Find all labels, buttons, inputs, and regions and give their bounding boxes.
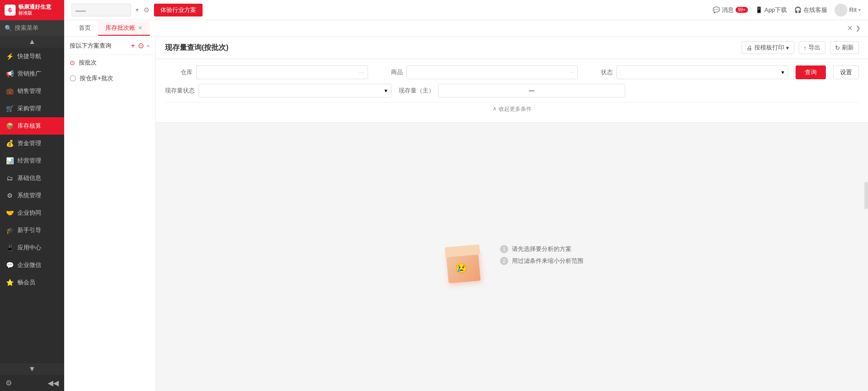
status-dropdown-icon: ▾ xyxy=(781,69,784,76)
export-icon: ↑ xyxy=(804,44,807,51)
status-field: 状态 ▾ xyxy=(585,65,788,79)
sidebar-search[interactable]: 🔍 搜索菜单 xyxy=(0,20,64,36)
sidebar-scroll-down[interactable]: ▼ xyxy=(0,363,64,375)
nav-icon-enterprise: 🤝 xyxy=(5,209,14,217)
settings-btn[interactable]: 设置 xyxy=(833,65,859,79)
sidebar-item-quick-nav[interactable]: ⚡ 快捷导航 xyxy=(0,48,64,65)
phone-icon: 📱 xyxy=(755,6,763,13)
sidebar-item-marketing[interactable]: 📢 营销推广 xyxy=(0,65,64,82)
user-dropdown-icon: ▾ xyxy=(858,7,861,12)
nav-icon-wechat: 💬 xyxy=(5,261,14,269)
sidebar-item-management[interactable]: 📊 经营管理 xyxy=(0,152,64,169)
tab-inventory-batch[interactable]: 库存批次账 ✕ xyxy=(98,21,150,36)
nav-icon-purchase: 🛒 xyxy=(5,104,14,113)
nav-label-mgmt: 经营管理 xyxy=(17,157,41,165)
warehouse-input[interactable]: ··· xyxy=(196,65,368,79)
filter-item-by-warehouse[interactable]: 按仓库+批次 xyxy=(64,71,155,86)
settings-icon[interactable]: ⚙ xyxy=(5,379,12,387)
sidebar-item-guide[interactable]: 🎓 新手引导 xyxy=(0,222,64,239)
sidebar-scroll-up[interactable]: ▲ xyxy=(0,36,64,48)
search-row-2: 现存量状态 ▾ 现存量（主） — xyxy=(165,84,859,98)
collapse-sidebar-icon[interactable]: ◀◀ xyxy=(48,379,59,387)
filter-panel-header: 按以下方案查询 + ⊙ « xyxy=(64,37,155,55)
export-btn-label: 导出 xyxy=(808,43,820,52)
empty-text: 1 请先选择要分析的方案 2 用过滤条件来缩小分析范围 xyxy=(500,245,583,269)
empty-step-1-text: 请先选择要分析的方案 xyxy=(512,245,571,253)
sidebar-item-purchase[interactable]: 🛒 采购管理 xyxy=(0,100,64,117)
messages-icon: 💬 xyxy=(713,6,720,13)
nav-label-purchase: 采购管理 xyxy=(17,104,41,113)
right-scrollbar[interactable] xyxy=(864,182,868,209)
sidebar-item-basic-info[interactable]: 🗂 基础信息 xyxy=(0,169,64,187)
topbar-dropdown-icon[interactable]: ▾ xyxy=(136,6,139,13)
refresh-btn[interactable]: ↻ 刷新 xyxy=(830,41,859,54)
app-version: 标准版 xyxy=(18,10,51,16)
stock-qty-dash: — xyxy=(529,87,534,94)
online-service-action[interactable]: 🎧 在线客服 xyxy=(794,6,827,14)
product-input[interactable]: ··· xyxy=(407,65,578,79)
user-action[interactable]: Rit ▾ xyxy=(835,4,861,16)
filter-item-by-batch[interactable]: ⊙ 按批次 xyxy=(64,55,155,71)
nav-label-basic: 基础信息 xyxy=(17,174,41,182)
experience-btn[interactable]: 体验行业方案 xyxy=(154,4,203,16)
filter-item-label-batch: 按批次 xyxy=(79,59,97,67)
messages-action[interactable]: 💬 消息 99+ xyxy=(713,6,748,14)
sidebar-item-system[interactable]: ⚙ 系统管理 xyxy=(0,187,64,204)
print-btn[interactable]: 🖨 按模板打印 ▾ xyxy=(742,41,794,54)
sidebar-item-enterprise[interactable]: 🤝 企业协同 xyxy=(0,204,64,222)
product-field: 商品 ··· xyxy=(375,65,578,79)
tab-panel-expand-icon[interactable]: ❯ xyxy=(856,25,861,32)
messages-badge: 99+ xyxy=(736,7,748,13)
sidebar-footer: ⚙ ◀◀ xyxy=(0,375,64,391)
sidebar-item-wechat[interactable]: 💬 企业微信 xyxy=(0,256,64,274)
tab-close-icon[interactable]: ✕ xyxy=(138,25,143,31)
filter-item-icon-batch: ⊙ xyxy=(70,59,75,66)
nav-label-app: 应用中心 xyxy=(17,244,41,252)
filter-collapse-btn[interactable]: « xyxy=(147,42,150,49)
stock-qty-range: — xyxy=(438,84,625,98)
product-more-icon[interactable]: ··· xyxy=(569,69,574,76)
filter-panel-title: 按以下方案查询 xyxy=(70,42,111,50)
sidebar-item-member[interactable]: ⭐ 畅会员 xyxy=(0,274,64,291)
nav-icon-marketing: 📢 xyxy=(5,70,14,78)
tab-home[interactable]: 首页 xyxy=(71,21,98,36)
warehouse-more-icon[interactable]: ··· xyxy=(359,69,364,76)
tab-panel-close-btn[interactable]: ✕ xyxy=(847,24,853,33)
status-select[interactable]: ▾ xyxy=(616,65,788,79)
nav-icon-guide: 🎓 xyxy=(5,226,14,234)
nav-label-sales: 销售管理 xyxy=(17,87,41,95)
nav-label-wechat: 企业微信 xyxy=(17,261,41,269)
stock-status-select[interactable]: ▾ xyxy=(198,84,391,98)
stock-qty-min-input[interactable] xyxy=(489,87,525,94)
sidebar-item-app-center[interactable]: 📱 应用中心 xyxy=(0,239,64,256)
sidebar: 6 畅康通好生意 标准版 🔍 搜索菜单 ▲ ⚡ 快捷导航 📢 营销推广 💼 销售… xyxy=(0,0,64,391)
collapse-text: 收起更多条件 xyxy=(499,105,532,113)
sidebar-item-finance[interactable]: 💰 资金管理 xyxy=(0,135,64,152)
topbar-right: 💬 消息 99+ 📱 App下载 🎧 在线客服 Rit ▾ xyxy=(713,4,861,16)
topbar-left: ▬▬ ▾ ⚙ 体验行业方案 xyxy=(71,4,203,16)
main-content: 现存量查询(按批次) 🖨 按模板打印 ▾ ↑ 导出 ↻ 刷新 xyxy=(156,37,868,391)
collapse-row[interactable]: ∧ 收起更多条件 xyxy=(165,102,859,116)
sidebar-item-inventory[interactable]: 📦 库存核算 xyxy=(0,117,64,135)
tab-inventory-batch-label: 库存批次账 xyxy=(105,24,135,32)
step-num-2: 2 xyxy=(500,257,508,265)
nav-label-marketing: 营销推广 xyxy=(17,70,41,78)
nav-label-system: 系统管理 xyxy=(17,191,41,200)
print-icon: 🖨 xyxy=(747,44,753,51)
online-service-label: 在线客服 xyxy=(803,6,827,14)
sidebar-item-sales[interactable]: 💼 销售管理 xyxy=(0,82,64,100)
messages-label: 消息 xyxy=(722,6,734,14)
warehouse-field: 仓库 ··· xyxy=(165,65,368,79)
query-btn[interactable]: 查询 xyxy=(796,65,826,79)
step-num-1: 1 xyxy=(500,245,508,253)
filter-add-btn[interactable]: + xyxy=(131,42,135,50)
status-label: 状态 xyxy=(585,68,613,76)
stock-qty-max-input[interactable] xyxy=(538,87,575,94)
nav-label-finance: 资金管理 xyxy=(17,139,41,147)
nav-icon-inventory: 📦 xyxy=(5,122,14,130)
topbar-gear-icon[interactable]: ⚙ xyxy=(143,6,149,14)
export-btn[interactable]: ↑ 导出 xyxy=(799,41,826,54)
app-download-action[interactable]: 📱 App下载 xyxy=(755,6,787,14)
filter-settings-btn[interactable]: ⊙ xyxy=(138,41,144,50)
refresh-btn-label: 刷新 xyxy=(842,43,854,52)
